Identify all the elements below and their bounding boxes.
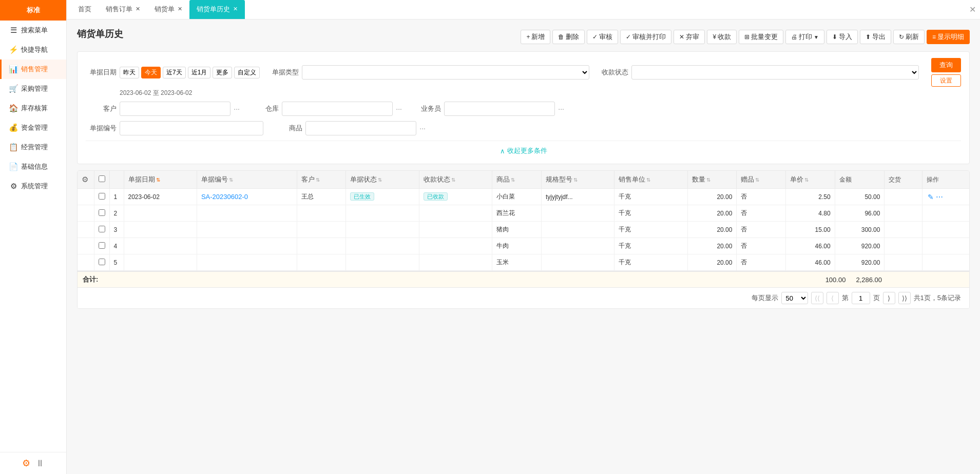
- audit-button[interactable]: ✓ 审核: [587, 30, 618, 44]
- tab-sales-delivery[interactable]: 销货单 ✕: [147, 0, 189, 19]
- product-dots-icon[interactable]: ···: [419, 124, 426, 132]
- delete-button[interactable]: 🗑 删除: [552, 30, 585, 44]
- audit-print-button[interactable]: ✓ 审核并打印: [620, 30, 671, 44]
- date-custom-btn[interactable]: 自定义: [234, 67, 260, 78]
- row-checkbox-4[interactable]: [99, 259, 105, 265]
- table-settings-icon[interactable]: ⚙: [82, 175, 88, 184]
- prev-page-btn[interactable]: ⟨: [827, 292, 839, 304]
- cell-doc-no-0[interactable]: SA-20230602-0: [197, 189, 297, 205]
- date-1month-btn[interactable]: 近1月: [188, 67, 211, 78]
- tab-sales-order-close[interactable]: ✕: [136, 6, 140, 12]
- cell-doc-no-2[interactable]: [197, 222, 297, 238]
- cell-action-2[interactable]: [923, 222, 969, 238]
- col-doc-date[interactable]: 单据日期⇅: [124, 171, 197, 189]
- collect-status-select[interactable]: [631, 65, 919, 80]
- tab-home[interactable]: 首页: [71, 0, 99, 19]
- refresh-button[interactable]: ↻ 刷新: [893, 30, 925, 44]
- batch-change-button[interactable]: ⊞ 批量变更: [739, 30, 783, 44]
- cell-doc-no-1[interactable]: [197, 205, 297, 222]
- export-button[interactable]: ⬆ 导出: [860, 30, 891, 44]
- sort-price-icon[interactable]: ⇅: [804, 177, 809, 183]
- staff-dots-icon[interactable]: ···: [558, 105, 564, 113]
- col-price[interactable]: 单价⇅: [785, 171, 835, 189]
- row-checkbox-1[interactable]: [99, 209, 105, 216]
- collapse-filter-btn[interactable]: ∧ 收起更多条件: [494, 144, 553, 157]
- sidebar-item-ops-mgmt[interactable]: 📋 经营管理: [0, 137, 66, 157]
- col-unit[interactable]: 销售单位⇅: [614, 171, 687, 189]
- print-button[interactable]: 🖨 打印 ▼: [785, 30, 824, 44]
- page-input[interactable]: [852, 292, 870, 304]
- cell-action-0[interactable]: ✎⋯: [923, 189, 969, 205]
- query-button[interactable]: 查询: [931, 58, 961, 72]
- col-doc-no[interactable]: 单据编号⇅: [197, 171, 297, 189]
- row-checkbox-3[interactable]: [99, 242, 105, 249]
- last-page-btn[interactable]: ⟩⟩: [898, 292, 911, 304]
- row-checkbox-2[interactable]: [99, 226, 105, 232]
- staff-input[interactable]: [444, 102, 555, 116]
- cell-action-3[interactable]: [923, 238, 969, 254]
- sidebar-collapse-icon[interactable]: ⏸: [35, 458, 45, 469]
- cell-checkbox-0[interactable]: [94, 189, 109, 205]
- collect-button[interactable]: ¥ 收款: [707, 30, 737, 44]
- col-gear[interactable]: ⚙: [78, 171, 94, 189]
- col-collect-status[interactable]: 收款状态⇅: [419, 171, 492, 189]
- sidebar-item-search-menu[interactable]: ☰ 搜索菜单: [0, 21, 66, 40]
- date-more-btn[interactable]: 更多: [213, 67, 232, 78]
- sidebar-settings-icon[interactable]: ⚙: [22, 458, 30, 469]
- sort-product-icon[interactable]: ⇅: [511, 177, 515, 183]
- next-page-btn[interactable]: ⟩: [883, 292, 895, 304]
- warehouse-dots-icon[interactable]: ···: [396, 105, 402, 113]
- select-all-checkbox[interactable]: [99, 175, 105, 182]
- import-button[interactable]: ⬇ 导入: [827, 30, 858, 44]
- cell-checkbox-4[interactable]: [94, 254, 109, 271]
- doc-no-input[interactable]: [120, 121, 263, 135]
- cell-checkbox-3[interactable]: [94, 238, 109, 254]
- sort-doc-status-icon[interactable]: ⇅: [378, 177, 382, 183]
- sidebar-item-quick-nav[interactable]: ⚡ 快捷导航: [0, 40, 66, 60]
- sidebar-item-sales-mgmt[interactable]: 📊 销售管理: [0, 60, 66, 79]
- cell-doc-no-4[interactable]: [197, 254, 297, 271]
- cell-action-1[interactable]: [923, 205, 969, 222]
- edit-icon-0[interactable]: ✎: [928, 193, 934, 201]
- customer-dots-icon[interactable]: ···: [234, 105, 240, 113]
- doc-no-link-0[interactable]: SA-20230602-0: [201, 193, 248, 201]
- sort-customer-icon[interactable]: ⇅: [316, 177, 320, 183]
- more-action-icon-0[interactable]: ⋯: [936, 193, 943, 201]
- date-yesterday-btn[interactable]: 昨天: [120, 67, 139, 78]
- cell-action-4[interactable]: [923, 254, 969, 271]
- doc-type-select[interactable]: [302, 65, 589, 80]
- row-checkbox-0[interactable]: [99, 193, 105, 200]
- col-gift[interactable]: 赠品⇅: [737, 171, 786, 189]
- sort-qty-icon[interactable]: ⇅: [706, 177, 710, 183]
- cell-doc-no-3[interactable]: [197, 238, 297, 254]
- sidebar-item-basic-info[interactable]: 📄 基础信息: [0, 157, 66, 176]
- per-page-select[interactable]: 50 100 200: [781, 292, 808, 304]
- tab-sales-history-close[interactable]: ✕: [233, 6, 238, 12]
- sidebar-item-purchase-mgmt[interactable]: 🛒 采购管理: [0, 79, 66, 98]
- show-detail-button[interactable]: ≡ 显示明细: [927, 30, 970, 44]
- sidebar-item-inventory[interactable]: 🏠 库存核算: [0, 98, 66, 118]
- cell-checkbox-1[interactable]: [94, 205, 109, 222]
- product-input[interactable]: [305, 121, 416, 135]
- tab-sales-history[interactable]: 销货单历史 ✕: [189, 0, 245, 19]
- tab-sales-delivery-close[interactable]: ✕: [178, 6, 182, 12]
- sort-collect-status-icon[interactable]: ⇅: [451, 177, 455, 183]
- date-today-btn[interactable]: 今天: [141, 67, 161, 78]
- customer-input[interactable]: [120, 102, 230, 116]
- sort-doc-no-icon[interactable]: ⇅: [229, 177, 233, 183]
- discard-button[interactable]: ✕ 弃审: [674, 30, 705, 44]
- sort-doc-date-icon[interactable]: ⇅: [156, 177, 160, 183]
- col-qty[interactable]: 数量⇅: [687, 171, 737, 189]
- sidebar-item-finance-mgmt[interactable]: 💰 资金管理: [0, 118, 66, 137]
- col-doc-status[interactable]: 单据状态⇅: [346, 171, 419, 189]
- col-product[interactable]: 商品⇅: [492, 171, 542, 189]
- new-button[interactable]: + 新增: [521, 30, 550, 44]
- sidebar-item-sys-mgmt[interactable]: ⚙ 系统管理: [0, 176, 66, 196]
- sort-spec-icon[interactable]: ⇅: [573, 177, 578, 183]
- col-spec[interactable]: 规格型号⇅: [541, 171, 614, 189]
- sort-gift-icon[interactable]: ⇅: [755, 177, 759, 183]
- warehouse-input[interactable]: [282, 102, 393, 116]
- col-customer[interactable]: 客户⇅: [297, 171, 346, 189]
- set-button[interactable]: 设置: [931, 74, 961, 87]
- first-page-btn[interactable]: ⟨⟨: [811, 292, 823, 304]
